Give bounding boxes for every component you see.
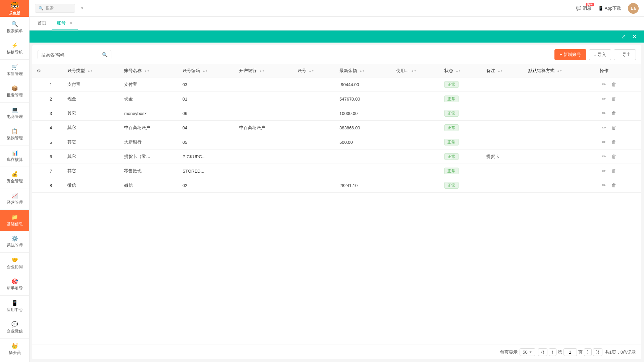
col-opening-bank[interactable]: 开户银行 ▲▼ <box>235 64 293 77</box>
page-nav: ⟨⟨ ⟨ 第 页 ⟩ ⟩⟩ <box>538 348 602 356</box>
row-account-code-3: 04 <box>178 121 235 135</box>
enterprise-agreement-icon: 🤝 <box>11 257 18 263</box>
sidebar-label-basic-info: 基础信息 <box>7 221 23 227</box>
sidebar-item-finance-mgmt[interactable]: 💰 资金管理 <box>0 167 29 188</box>
row-account-no-2 <box>293 106 335 121</box>
delete-button-4[interactable]: 🗑 <box>609 138 619 145</box>
col-remarks[interactable]: 备注 ▲▼ <box>482 64 524 77</box>
page-size-dropdown[interactable]: 50 ▼ <box>520 348 535 356</box>
message-button[interactable]: 💬 消息 99+ <box>576 5 591 11</box>
message-icon: 💬 <box>576 6 581 11</box>
sidebar-item-search-menu[interactable]: 🔍 搜索菜单 <box>0 17 29 38</box>
prev-page-button[interactable]: ⟨ <box>549 348 556 356</box>
col-settings[interactable]: ⚙ <box>32 64 46 77</box>
col-status[interactable]: 状态 ▲▼ <box>440 64 482 77</box>
row-account-no-4 <box>293 135 335 149</box>
status-badge-3: 正常 <box>444 124 459 131</box>
export-button[interactable]: ↑ 导出 <box>614 49 636 60</box>
row-account-type-6: 其它 <box>63 164 120 178</box>
delete-button-1[interactable]: 🗑 <box>609 95 619 102</box>
delete-button-2[interactable]: 🗑 <box>609 110 619 117</box>
sidebar-item-app-center[interactable]: 📱 应用中心 <box>0 296 29 317</box>
sidebar-item-basic-info[interactable]: 📁 基础信息 <box>0 210 29 231</box>
col-account-type[interactable]: 账号类型 ▲▼ <box>63 64 120 77</box>
edit-button-3[interactable]: ✏ <box>600 124 608 131</box>
row-settings-0 <box>32 77 46 92</box>
delete-button-3[interactable]: 🗑 <box>609 124 619 131</box>
row-account-name-2: moneybosx <box>120 106 178 121</box>
ecommerce-mgmt-icon: 💻 <box>11 107 18 113</box>
first-page-button[interactable]: ⟨⟨ <box>538 348 547 356</box>
sidebar-item-inventory[interactable]: 📊 库存核算 <box>0 145 29 167</box>
top-search-box[interactable]: 🔍 搜索 <box>35 4 75 13</box>
row-status-0: 正常 <box>440 77 482 92</box>
search-input[interactable] <box>41 52 102 57</box>
row-index-2: 3 <box>46 106 63 121</box>
row-account-name-3: 中百商场账户 <box>120 121 178 135</box>
search-icon: 🔍 <box>39 6 44 11</box>
delete-button-5[interactable]: 🗑 <box>609 153 619 160</box>
last-page-button[interactable]: ⟩⟩ <box>593 348 602 356</box>
edit-button-1[interactable]: ✏ <box>600 95 608 103</box>
col-latest-balance[interactable]: 最新余额 ▲▼ <box>335 64 392 77</box>
import-button[interactable]: ↓ 导入 <box>589 49 611 60</box>
close-page-button[interactable]: ✕ <box>630 33 639 41</box>
table-row: 8 微信 微信 02 28241.10 正常 ✏ 🗑 <box>32 178 641 193</box>
delete-button-7[interactable]: 🗑 <box>609 182 619 189</box>
row-account-name-6: 零售抵现 <box>120 164 178 178</box>
row-remarks-5: 提货卡 <box>482 149 524 164</box>
sidebar-item-retail-mgmt[interactable]: 🛒 零售管理 <box>0 60 29 81</box>
sidebar-item-sys-mgmt[interactable]: ⚙️ 系统管理 <box>0 231 29 253</box>
search-menu-icon: 🔍 <box>11 21 18 27</box>
edit-button-4[interactable]: ✏ <box>600 138 608 146</box>
col-account-code[interactable]: 账号编码 ▲▼ <box>178 64 235 77</box>
row-actions-3: ✏ 🗑 <box>596 121 641 135</box>
sidebar-item-ops-mgmt[interactable]: 📈 经营管理 <box>0 188 29 210</box>
page-number-input[interactable] <box>564 348 577 356</box>
edit-button-0[interactable]: ✏ <box>600 81 608 88</box>
row-status-4: 正常 <box>440 135 482 149</box>
sidebar-item-enterprise-wechat[interactable]: 💬 企业微信 <box>0 317 29 339</box>
user-avatar[interactable]: Ea <box>628 3 639 14</box>
sort-icon: ▲▼ <box>455 69 461 72</box>
maximize-button[interactable]: ⤢ <box>619 33 628 41</box>
col-default-settlement[interactable]: 默认结算方式 ▲▼ <box>524 64 596 77</box>
status-badge-1: 正常 <box>444 96 459 102</box>
tab-account-close[interactable]: ✕ <box>69 21 72 25</box>
delete-button-6[interactable]: 🗑 <box>609 167 619 174</box>
row-usage-3 <box>392 121 440 135</box>
sidebar-item-ecommerce-mgmt[interactable]: 💻 电商管理 <box>0 103 29 124</box>
sidebar-label-app-center: 应用中心 <box>7 307 23 313</box>
next-page-button[interactable]: ⟩ <box>584 348 592 356</box>
sidebar-item-new-guide[interactable]: 🎯 新手引导 <box>0 274 29 296</box>
col-account-no[interactable]: 账号 ▲▼ <box>293 64 335 77</box>
add-account-button[interactable]: + 新增账号 <box>554 49 586 60</box>
col-usage[interactable]: 使用... ▲▼ <box>392 64 440 77</box>
search-box[interactable]: 🔍 <box>38 50 111 59</box>
tab-account[interactable]: 账号 ✕ <box>52 17 78 30</box>
edit-button-2[interactable]: ✏ <box>600 110 608 117</box>
col-account-name[interactable]: 账号名称 ▲▼ <box>120 64 178 77</box>
edit-button-6[interactable]: ✏ <box>600 167 608 175</box>
row-account-type-5: 其它 <box>63 149 120 164</box>
sidebar-item-purchase-mgmt[interactable]: 📋 采购管理 <box>0 124 29 145</box>
sidebar-item-quick-nav[interactable]: ⚡ 快捷导航 <box>0 38 29 60</box>
app-download-button[interactable]: 📱 App下载 <box>598 5 621 11</box>
edit-button-5[interactable]: ✏ <box>600 153 608 160</box>
tab-home[interactable]: 首页 <box>32 17 52 30</box>
tab-close-area: 账号 ✕ <box>57 20 72 26</box>
row-account-code-7: 02 <box>178 178 235 193</box>
sidebar-item-member[interactable]: 👑 畅会员 <box>0 339 29 360</box>
sidebar-item-wholesale-mgmt[interactable]: 📦 批发管理 <box>0 81 29 103</box>
app-center-icon: 📱 <box>11 300 18 306</box>
row-latest-balance-5 <box>335 149 392 164</box>
delete-button-0[interactable]: 🗑 <box>609 81 619 88</box>
sidebar-item-enterprise-agreement[interactable]: 🤝 企业协同 <box>0 253 29 274</box>
page-suffix-label: 页 <box>578 349 583 355</box>
edit-button-7[interactable]: ✏ <box>600 182 608 189</box>
member-icon: 👑 <box>11 343 18 349</box>
row-opening-bank-0 <box>235 77 293 92</box>
row-actions-4: ✏ 🗑 <box>596 135 641 149</box>
row-actions-7: ✏ 🗑 <box>596 178 641 193</box>
search-icon[interactable]: 🔍 <box>102 52 108 57</box>
